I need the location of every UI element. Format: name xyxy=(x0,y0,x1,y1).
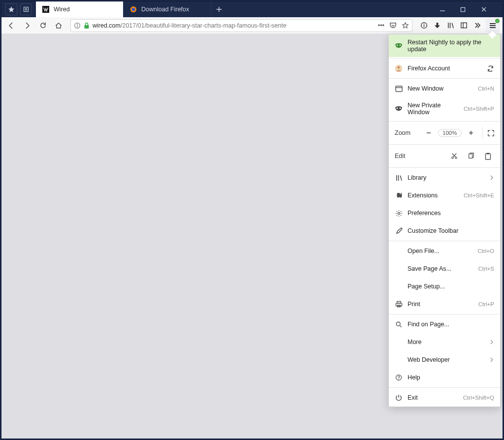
titlebar-left-icons xyxy=(1,1,36,17)
menu-label: Extensions xyxy=(408,192,459,199)
menu-customize-toolbar[interactable]: Customize Toolbar xyxy=(389,222,500,240)
copy-button[interactable] xyxy=(465,150,477,162)
bookmark-star-icon[interactable] xyxy=(402,22,409,29)
menu-extensions[interactable]: Extensions Ctrl+Shift+E xyxy=(389,187,500,204)
menu-label: Preferences xyxy=(408,210,494,217)
menu-separator xyxy=(389,314,500,314)
url-bar[interactable]: wired.com/2017/01/beautiful-literary-sta… xyxy=(70,19,412,32)
menu-label: Firefox Account xyxy=(408,65,482,72)
new-tab-button[interactable] xyxy=(211,1,227,17)
edit-label: Edit xyxy=(395,153,418,159)
svg-rect-5 xyxy=(461,7,465,11)
sidebar-icon[interactable] xyxy=(460,22,468,29)
cut-button[interactable] xyxy=(448,150,461,162)
page-actions: ••• xyxy=(378,22,409,29)
menu-find-on-page[interactable]: Find on Page... xyxy=(389,315,500,333)
menu-new-private-window[interactable]: New Private Window Ctrl+Shift+P xyxy=(389,97,500,120)
url-host: wired.com xyxy=(93,22,121,29)
app-menu-panel: Restart Nightly to apply the update Fire… xyxy=(388,34,501,407)
menu-new-window[interactable]: New Window Ctrl+N xyxy=(389,80,500,97)
svg-point-1 xyxy=(25,8,27,10)
menu-shortcut: Ctrl+Shift+Q xyxy=(463,395,494,401)
sync-icon[interactable] xyxy=(487,65,494,72)
svg-point-32 xyxy=(396,322,400,326)
chevron-right-icon xyxy=(489,357,494,362)
paintbrush-icon xyxy=(395,227,403,235)
forward-button[interactable] xyxy=(20,19,34,32)
page-content: Restart Nightly to apply the update Fire… xyxy=(1,34,503,439)
zoom-out-button[interactable] xyxy=(423,126,435,139)
url-path: /2017/01/beautiful-literary-star-charts-… xyxy=(121,22,286,29)
mask-icon xyxy=(395,42,403,50)
maximize-button[interactable] xyxy=(460,7,475,12)
library-icon[interactable] xyxy=(447,22,454,29)
search-icon xyxy=(395,320,403,328)
home-button[interactable] xyxy=(52,19,65,32)
lock-icon xyxy=(84,22,90,29)
mask-icon xyxy=(395,105,403,113)
window-controls xyxy=(433,1,503,17)
svg-point-24 xyxy=(455,157,457,159)
menu-separator xyxy=(389,167,500,168)
toolbar-right xyxy=(417,22,484,29)
pocket-icon[interactable] xyxy=(389,22,397,29)
menu-zoom-row: Zoom 100% xyxy=(389,123,500,143)
tab-download-firefox[interactable]: Download Firefox xyxy=(124,1,211,17)
menu-web-developer[interactable]: Web Developer xyxy=(389,351,500,369)
menu-save-page-as[interactable]: Save Page As... Ctrl+S xyxy=(389,260,500,278)
minimize-button[interactable] xyxy=(440,6,454,12)
svg-rect-12 xyxy=(424,25,424,28)
avatar-icon xyxy=(395,64,403,72)
menu-label: Library xyxy=(408,174,484,181)
svg-point-7 xyxy=(77,24,78,25)
downloads-icon[interactable] xyxy=(434,22,441,29)
menu-edit-row: Edit xyxy=(389,146,500,166)
fullscreen-button[interactable] xyxy=(482,126,494,139)
menu-open-file[interactable]: Open File... Ctrl+O xyxy=(389,242,500,260)
menu-exit[interactable]: Exit Ctrl+Shift+Q xyxy=(389,389,500,407)
menu-label: Save Page As... xyxy=(408,265,473,272)
menu-label: Help xyxy=(408,374,494,381)
svg-point-16 xyxy=(400,45,401,46)
identity-info-icon[interactable] xyxy=(74,22,81,29)
more-actions-icon[interactable]: ••• xyxy=(378,22,384,29)
info-panel-icon[interactable] xyxy=(420,22,428,29)
close-button[interactable] xyxy=(481,6,496,12)
menu-more[interactable]: More xyxy=(389,333,500,351)
menu-separator xyxy=(389,58,500,59)
menu-library[interactable]: Library xyxy=(389,169,500,187)
tab-wired[interactable]: Wired xyxy=(36,1,124,17)
svg-point-22 xyxy=(400,108,401,109)
gear-icon xyxy=(395,209,403,217)
menu-help[interactable]: Help xyxy=(389,369,500,386)
menu-print[interactable]: Print Ctrl+P xyxy=(389,295,500,313)
menu-label: Customize Toolbar xyxy=(408,227,494,234)
reload-button[interactable] xyxy=(36,19,50,32)
overflow-icon[interactable] xyxy=(473,22,481,29)
menu-shortcut: Ctrl+S xyxy=(478,266,494,272)
url-text: wired.com/2017/01/beautiful-literary-sta… xyxy=(93,22,286,29)
svg-rect-26 xyxy=(485,154,490,159)
svg-point-18 xyxy=(398,66,400,69)
back-button[interactable] xyxy=(4,19,18,32)
menu-separator xyxy=(389,121,500,122)
paste-button[interactable] xyxy=(481,150,494,162)
tab-favicon-wired xyxy=(42,5,50,13)
chevron-right-icon xyxy=(489,340,494,345)
menu-label: Open File... xyxy=(408,248,472,254)
menu-restart-update[interactable]: Restart Nightly to apply the update xyxy=(389,34,500,57)
menu-shortcut: Ctrl+Shift+E xyxy=(464,192,494,198)
menu-firefox-account[interactable]: Firefox Account xyxy=(389,60,500,77)
menu-label: Restart Nightly to apply the update xyxy=(408,39,494,53)
help-icon xyxy=(395,374,403,381)
zoom-value[interactable]: 100% xyxy=(438,129,461,137)
tab-strip: Wired Download Firefox xyxy=(1,1,503,17)
svg-point-4 xyxy=(132,8,135,11)
menu-preferences[interactable]: Preferences xyxy=(389,204,500,222)
menu-separator xyxy=(389,144,500,145)
zoom-in-button[interactable] xyxy=(466,126,477,139)
menu-label: New Private Window xyxy=(408,102,459,116)
menu-page-setup[interactable]: Page Setup... xyxy=(389,278,500,295)
update-badge-icon xyxy=(495,19,500,23)
menu-label: Exit xyxy=(408,394,458,401)
